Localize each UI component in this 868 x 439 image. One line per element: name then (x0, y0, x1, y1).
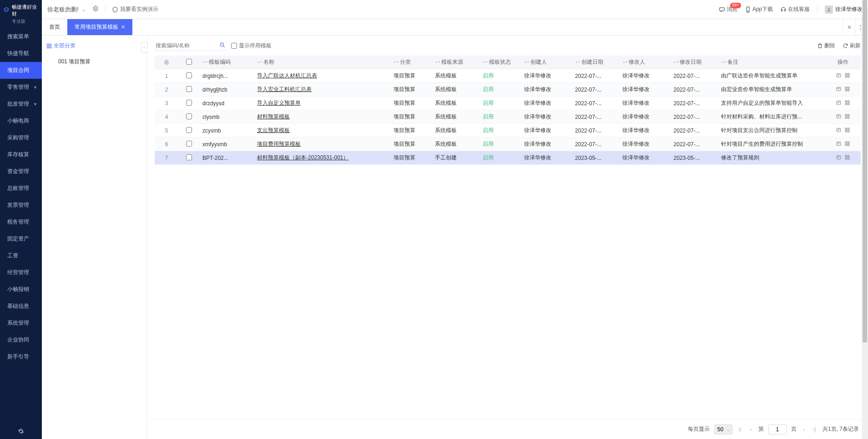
template-name-link[interactable]: 导入宏业工料机汇总表 (257, 86, 312, 92)
sidebar-item-ecommerce[interactable]: 小畅电商 (0, 112, 42, 129)
category-item-budget[interactable]: 001 项目预算 (46, 55, 142, 68)
template-name-link[interactable]: 导入广联达人材机汇总表 (257, 72, 317, 79)
th-code[interactable]: ▲▼模板编码 (200, 56, 254, 69)
th-modifier[interactable]: ▲▼修改人 (620, 56, 671, 69)
sidebar-item-basic[interactable]: 基础信息 (0, 298, 42, 315)
template-name-link[interactable]: 导入自定义预算单 (257, 100, 301, 106)
refresh-button[interactable]: 刷新 (843, 42, 861, 50)
sidebar-item-quicknav[interactable]: 快捷导航 (0, 45, 42, 62)
collapse-pane-button[interactable]: ‹ (141, 42, 147, 53)
template-name-link[interactable]: 材料预算模板（副本-20230531-001） (257, 154, 348, 161)
table-row[interactable]: 4clysmb材料预算模板项目预算系统模板启用徐泽华修改2022-07-...徐… (155, 110, 861, 124)
tab-home[interactable]: 首页 (42, 19, 67, 35)
view-icon[interactable] (836, 141, 842, 148)
row-check[interactable] (186, 113, 192, 119)
th-status[interactable]: ▲▼模板状态 (480, 56, 521, 69)
sidebar-item-retail[interactable]: 零售管理▼ (0, 79, 42, 96)
pager-next-button[interactable]: › (801, 426, 807, 433)
sidebar-item-operation[interactable]: 经营管理 (0, 264, 42, 281)
more-icon[interactable] (844, 86, 850, 93)
view-icon[interactable] (836, 100, 842, 107)
sidebar-item-invoice[interactable]: 发票管理 (0, 197, 42, 214)
more-icon[interactable] (844, 154, 850, 162)
delete-button[interactable]: 删除 (817, 42, 835, 50)
sidebar-item-inventory[interactable]: 库存核算 (0, 146, 42, 163)
row-check[interactable] (186, 154, 192, 160)
view-icon[interactable] (836, 86, 842, 93)
view-icon[interactable] (836, 113, 842, 121)
th-note[interactable]: ▲▼备注 (718, 56, 825, 69)
template-name-link[interactable]: 项目费用预算模板 (257, 141, 301, 147)
sidebar-item-salary[interactable]: 工资 (0, 247, 42, 264)
sidebar-item-project-contract[interactable]: 项目合同 (0, 62, 42, 79)
gear-icon[interactable] (92, 5, 99, 13)
th-name[interactable]: ▲▼名称 (254, 56, 391, 69)
view-icon[interactable] (836, 72, 842, 80)
more-icon[interactable] (844, 100, 850, 107)
table-row[interactable]: 3drzdyysd导入自定义预算单项目预算系统模板启用徐泽华修改2022-07-… (155, 97, 861, 110)
sidebar-item-fund[interactable]: 资金管理 (0, 163, 42, 180)
sidebar-item-collab[interactable]: 企业协同 (0, 332, 42, 348)
th-creator[interactable]: ▲▼创建人 (521, 56, 572, 69)
tab-budget-template[interactable]: 常用项目预算模板 ✕ (67, 19, 132, 35)
svg-rect-39 (845, 144, 847, 145)
th-mdate[interactable]: ▲▼修改日期 (671, 56, 718, 69)
chevron-down-icon: ▼ (33, 85, 37, 90)
row-check[interactable] (186, 100, 192, 106)
pager-last-button[interactable]: ›| (811, 426, 818, 433)
sidebar-item-wholesale[interactable]: 批发管理▼ (0, 96, 42, 112)
service-link[interactable]: 在线客服 (780, 5, 810, 13)
demo-link[interactable]: 我要看实例演示 (112, 5, 158, 13)
th-src[interactable]: ▲▼模板来源 (432, 56, 479, 69)
more-icon[interactable] (844, 113, 850, 121)
sidebar-item-purchase[interactable]: 采购管理 (0, 129, 42, 146)
more-icon[interactable] (844, 72, 850, 80)
message-link[interactable]: 消息 99+ (719, 5, 737, 13)
template-name-link[interactable]: 材料预算模板 (257, 113, 290, 120)
svg-rect-40 (848, 144, 849, 145)
th-cat[interactable]: ▲▼分类 (391, 56, 432, 69)
sidebar-item-tax[interactable]: 税务管理 (0, 214, 42, 230)
table-settings-icon[interactable] (157, 60, 176, 65)
table-row[interactable]: 1drgldrcjh...导入广联达人材机汇总表项目预算系统模板启用徐泽华修改2… (155, 69, 861, 83)
close-all-button[interactable]: ✕ (843, 19, 855, 36)
sidebar-item-ledger[interactable]: 总账管理 (0, 180, 42, 197)
sidebar-item-search[interactable]: 搜索菜单 (0, 28, 42, 45)
avatar-icon (825, 5, 833, 14)
table-row[interactable]: 6xmfyysmb项目费用预算模板项目预算系统模板启用徐泽华修改2022-07-… (155, 138, 861, 151)
app-download-link[interactable]: App下载 (745, 5, 773, 13)
more-icon[interactable] (844, 141, 850, 148)
row-check[interactable] (186, 127, 192, 133)
table-row[interactable]: 2drhygljhzb导入宏业工料机汇总表项目预算系统模板启用徐泽华修改2022… (155, 83, 861, 97)
view-icon[interactable] (836, 154, 842, 162)
topbar-notice[interactable]: 徐老板勿删! ⌄ (47, 5, 86, 14)
user-menu[interactable]: 徐泽华修改 (825, 5, 863, 14)
view-icon[interactable] (836, 127, 842, 134)
template-name-link[interactable]: 支出预算模板 (257, 127, 290, 133)
search-input[interactable] (155, 41, 227, 51)
page-size-select[interactable]: 50 (714, 424, 732, 434)
page-input[interactable] (768, 424, 787, 434)
pager-prev-button[interactable]: ‹ (748, 426, 754, 433)
svg-rect-1 (719, 7, 724, 10)
table-row[interactable]: 5zcysmb支出预算模板项目预算系统模板启用徐泽华修改2022-07-...徐… (155, 124, 861, 138)
pager-first-button[interactable]: |‹ (737, 426, 744, 433)
row-check[interactable] (186, 72, 192, 78)
sidebar-item-expense[interactable]: 小畅报销 (0, 281, 42, 298)
table-row[interactable]: 7BPT-202...材料预算模板（副本-20230531-001）项目预算手工… (155, 151, 861, 165)
scrollbar[interactable] (862, 0, 868, 439)
sidebar-item-guide[interactable]: 新手引导 (0, 348, 42, 365)
select-all-check[interactable] (186, 59, 192, 65)
sidebar-item-system[interactable]: 系统管理 (0, 315, 42, 332)
row-check[interactable] (186, 86, 192, 92)
chevron-down-icon: ⌄ (81, 6, 86, 13)
category-all[interactable]: 全部分类 (46, 42, 142, 50)
row-check[interactable] (186, 141, 192, 147)
more-icon[interactable] (844, 127, 850, 134)
close-icon[interactable]: ✕ (121, 24, 125, 30)
th-cdate[interactable]: ▲▼创建日期 (572, 56, 620, 69)
sidebar-item-assets[interactable]: 固定资产 (0, 230, 42, 247)
search-icon[interactable] (219, 42, 226, 50)
show-disabled-check[interactable]: 显示停用模板 (231, 42, 272, 50)
sidebar-settings-icon[interactable] (0, 424, 42, 439)
